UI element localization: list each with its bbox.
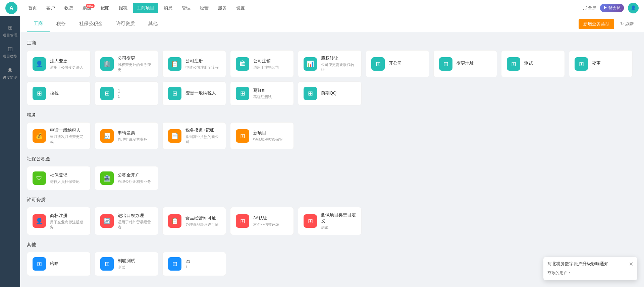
card-icon: ⊞ xyxy=(168,257,181,271)
card-desc: 办理申请发票业务 xyxy=(118,137,153,142)
tab-社保公积金[interactable]: 社保公积金 xyxy=(72,16,109,32)
nav-item-管理[interactable]: 管理 xyxy=(178,3,195,13)
card-title: 测试项目类型目定义 xyxy=(321,212,356,224)
card-title: 商标注册 xyxy=(50,213,85,219)
card-公司变更[interactable]: 🏢公司变更股权变更外的业务变更 xyxy=(95,50,158,77)
card-info: 商标注册用于企业商标注册服务 xyxy=(50,213,85,230)
nav-item-客户[interactable]: 客户 xyxy=(42,3,59,13)
nav-item-设置[interactable]: 设置 xyxy=(232,3,249,13)
card-title: 申请一般纳税人 xyxy=(50,127,85,133)
card-变更一般纳税人[interactable]: ⊞变更一般纳税人 xyxy=(162,81,226,105)
top-navigation: A 首页客户收费票据new记账报税工商项目消息管理经营服务设置 ⛶ 全屏 ▶ 畅… xyxy=(0,0,644,16)
nav-item-首页[interactable]: 首页 xyxy=(24,3,41,13)
nav-item-记账[interactable]: 记账 xyxy=(97,3,113,13)
tab-税务[interactable]: 税务 xyxy=(50,16,72,32)
card-title: 1 xyxy=(118,88,153,93)
refresh-button[interactable]: ↻ 刷新 xyxy=(617,19,637,29)
card-icon: 📄 xyxy=(168,129,181,143)
card-title: 葛红红 xyxy=(253,87,288,93)
card-icon: 🧾 xyxy=(100,129,114,143)
card-info: 变更 xyxy=(592,60,627,67)
tab-其他[interactable]: 其他 xyxy=(142,16,164,32)
card-icon: 📊 xyxy=(304,57,317,71)
nav-item-票据[interactable]: 票据new xyxy=(78,3,95,13)
nav-item-经营[interactable]: 经营 xyxy=(196,3,213,13)
tab-许可资质[interactable]: 许可资质 xyxy=(109,16,142,32)
card-社保登记[interactable]: 🛡社保登记进行人员社保登记 xyxy=(27,166,91,190)
card-拉拉[interactable]: ⊞拉拉 xyxy=(27,81,91,105)
sidebar-item-进度监测[interactable]: ◉ 进度监测 xyxy=(0,62,20,83)
card-公积金开户[interactable]: 🏦公积金开户办理公积金相关业务 xyxy=(95,166,158,190)
card-icon: 🏛 xyxy=(236,57,249,71)
card-新项目[interactable]: ⊞新项目报税加税控盘保管 xyxy=(230,122,294,149)
card-title: 新项目 xyxy=(253,130,288,136)
card-开公司[interactable]: ⊞开公司 xyxy=(366,50,429,77)
card-刘聪测试[interactable]: ⊞刘聪测试测试 xyxy=(95,252,158,276)
card-申请发票[interactable]: 🧾申请发票办理申请发票业务 xyxy=(95,122,158,149)
card-icon: ⊞ xyxy=(439,57,452,71)
avatar-icon: 👤 xyxy=(631,5,636,10)
nav-item-服务[interactable]: 服务 xyxy=(214,3,231,13)
card-info: 申请发票办理申请发票业务 xyxy=(118,130,153,142)
card-1[interactable]: ⊞11 xyxy=(95,81,158,105)
card-desc: 适用于注销公司 xyxy=(253,65,288,70)
card-info: 变更地址 xyxy=(457,60,491,67)
card-icon: 🏦 xyxy=(100,171,114,185)
nav-items: 首页客户收费票据new记账报税工商项目消息管理经营服务设置 xyxy=(24,3,583,13)
sidebar-item-项目管理[interactable]: ⊞ 项目管理 xyxy=(0,20,20,41)
card-desc: 1 xyxy=(118,94,153,98)
section-title-税务: 税务 xyxy=(27,112,637,118)
card-title: 税务报道+记账 xyxy=(185,127,220,133)
card-葛红红[interactable]: ⊞葛红红葛红红测试 xyxy=(230,81,294,105)
card-商标注册[interactable]: 👤商标注册用于企业商标注册服务 xyxy=(27,207,91,235)
card-公司注册[interactable]: 📋公司注册申请公司注册全流程 xyxy=(162,50,226,77)
card-食品经营许可证[interactable]: 📋食品经营许可证办理食品经营许可证 xyxy=(162,207,226,235)
card-变更[interactable]: ⊞变更 xyxy=(569,50,633,77)
card-desc: 适用于对外贸易经营者 xyxy=(118,220,153,230)
card-变更地址[interactable]: ⊞变更地址 xyxy=(433,50,497,77)
nav-item-收费[interactable]: 收费 xyxy=(60,3,77,13)
vip-button[interactable]: ▶ 畅会员 xyxy=(600,4,624,12)
card-测试[interactable]: ⊞测试 xyxy=(501,50,565,77)
card-desc: 拿到营业执照的新公司 xyxy=(185,134,220,144)
card-desc: 报税加税控盘保管 xyxy=(253,137,288,142)
card-icon: 🏢 xyxy=(100,57,114,71)
nav-item-报税[interactable]: 报税 xyxy=(115,3,131,13)
card-title: 公司变更 xyxy=(118,55,153,61)
fullscreen-button[interactable]: ⛶ 全屏 xyxy=(583,5,596,11)
card-title: 前期QQ xyxy=(321,90,356,96)
card-desc: 申请公司注册全流程 xyxy=(185,65,220,70)
card-title: 申请发票 xyxy=(118,130,153,136)
card-info: 11 xyxy=(118,88,153,98)
card-info: 食品经营许可证办理食品经营许可证 xyxy=(185,215,220,227)
section-title-其他: 其他 xyxy=(27,242,637,248)
card-公司注销[interactable]: 🏛公司注销适用于注销公司 xyxy=(230,50,294,77)
card-info: 哈哈 xyxy=(50,261,85,268)
nav-item-工商项目[interactable]: 工商项目 xyxy=(133,3,158,13)
notification-close-button[interactable]: ✕ xyxy=(629,261,633,267)
card-测试项目类型目定义[interactable]: ⊞测试项目类型目定义测试 xyxy=(298,207,362,235)
card-desc: 股权变更外的业务变更 xyxy=(118,62,153,72)
card-进出口权办理[interactable]: 🔄进出口权办理适用于对外贸易经营者 xyxy=(95,207,158,235)
card-哈哈[interactable]: ⊞哈哈 xyxy=(27,252,91,276)
card-21[interactable]: ⊞211 xyxy=(162,252,226,276)
new-type-button[interactable]: 新增业务类型 xyxy=(579,19,614,29)
card-法人变更[interactable]: 👤法人变更适用于公司变更法人 xyxy=(27,50,91,77)
card-title: 变更地址 xyxy=(457,60,491,66)
card-icon: ⊞ xyxy=(33,257,46,271)
sidebar-item-项目类型[interactable]: ◫ 项目类型 xyxy=(0,41,20,62)
card-info: 社保登记进行人员社保登记 xyxy=(50,172,85,184)
card-申请一般纳税人[interactable]: 💰申请一般纳税人当月或次月成变更完成 xyxy=(27,122,91,149)
card-info: 税务报道+记账拿到营业执照的新公司 xyxy=(185,127,220,144)
card-股权转让[interactable]: 📊股权转让公司变更需要股权转让 xyxy=(298,50,362,77)
fullscreen-icon: ⛶ xyxy=(583,6,587,10)
nav-item-消息[interactable]: 消息 xyxy=(160,3,176,13)
card-title: 公司注销 xyxy=(253,58,288,64)
tab-工商[interactable]: 工商 xyxy=(27,16,50,32)
card-3A认证[interactable]: ⊞3A认证对企业信誉评级 xyxy=(230,207,294,235)
card-前期QQ[interactable]: ⊞前期QQ xyxy=(298,81,362,105)
card-icon: 👤 xyxy=(33,57,46,71)
nav-badge: new xyxy=(86,4,95,8)
card-税务报道+记账[interactable]: 📄税务报道+记账拿到营业执照的新公司 xyxy=(162,122,226,149)
avatar[interactable]: 👤 xyxy=(628,3,639,13)
